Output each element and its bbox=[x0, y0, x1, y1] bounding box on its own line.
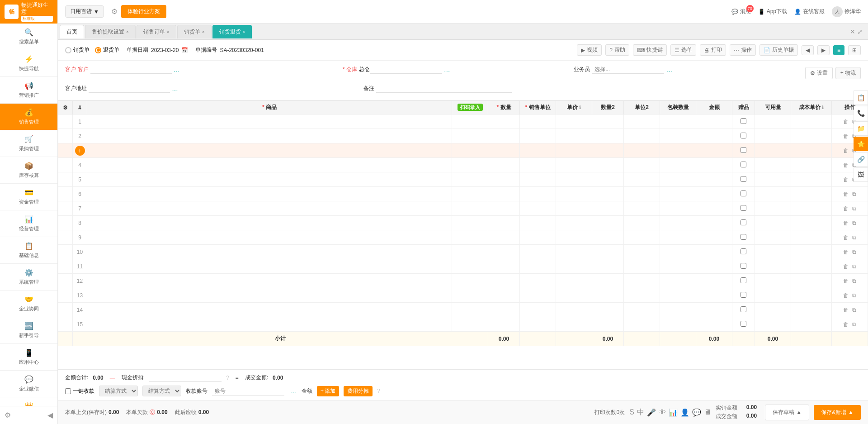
row-unit-3[interactable] bbox=[520, 143, 556, 158]
online-service-item[interactable]: 👤 在线客服 bbox=[794, 8, 825, 15]
row-qty2-4[interactable] bbox=[592, 158, 624, 172]
tool-icon-2[interactable]: 🎤 bbox=[647, 408, 656, 417]
tool-icon-6[interactable]: 💬 bbox=[692, 408, 701, 417]
tool-icon-4[interactable]: 📊 bbox=[669, 408, 678, 417]
row-pack-13[interactable] bbox=[660, 288, 696, 303]
delete-icon-5[interactable]: 🗑 bbox=[843, 176, 849, 183]
add-row-button[interactable]: + bbox=[75, 146, 85, 156]
sidebar-item-member[interactable]: 👑畅会员 bbox=[0, 397, 57, 406]
row-cost-1[interactable] bbox=[791, 114, 832, 129]
gift-checkbox-14[interactable] bbox=[741, 306, 746, 312]
gift-checkbox-2[interactable] bbox=[741, 133, 746, 138]
row-pack-14[interactable] bbox=[660, 303, 696, 317]
next-doc-btn[interactable]: ▶ bbox=[817, 45, 830, 55]
row-goods-3[interactable] bbox=[87, 143, 452, 158]
row-qty-10[interactable] bbox=[488, 245, 520, 259]
row-cost-2[interactable] bbox=[791, 129, 832, 143]
row-avail-12[interactable] bbox=[755, 274, 791, 288]
row-unit-10[interactable] bbox=[520, 245, 556, 259]
sidebar-item-purchase[interactable]: 🛒采购管理 bbox=[0, 130, 57, 157]
col-header-scan[interactable]: 扫码录入 bbox=[452, 101, 488, 114]
float-btn-3[interactable]: 📁 bbox=[854, 121, 868, 136]
copy-icon-15[interactable]: ⧉ bbox=[852, 321, 856, 328]
address-more-btn[interactable]: … bbox=[172, 85, 178, 92]
row-pack-3[interactable] bbox=[660, 143, 696, 158]
row-qty-12[interactable] bbox=[488, 274, 520, 288]
copy-icon-14[interactable]: ⧉ bbox=[852, 307, 856, 313]
tab-home[interactable]: 首页 bbox=[60, 25, 84, 38]
prev-doc-btn[interactable]: ◀ bbox=[802, 45, 814, 55]
gift-checkbox-15[interactable] bbox=[741, 321, 746, 327]
tab-maximize-icon[interactable]: ⤢ bbox=[857, 28, 863, 35]
sidebar-item-operations[interactable]: 📊经营管理 bbox=[0, 210, 57, 237]
row-unit2-3[interactable] bbox=[624, 143, 660, 158]
row-avail-9[interactable] bbox=[755, 230, 791, 245]
row-price-14[interactable] bbox=[556, 303, 592, 317]
gift-checkbox-7[interactable] bbox=[741, 205, 746, 211]
cost-info-icon[interactable]: ℹ bbox=[822, 105, 824, 110]
row-avail-5[interactable] bbox=[755, 172, 791, 187]
experience-button[interactable]: 体验行业方案 bbox=[121, 5, 166, 18]
delete-icon-15[interactable]: 🗑 bbox=[843, 321, 849, 328]
row-unit-9[interactable] bbox=[520, 230, 556, 245]
row-price-5[interactable] bbox=[556, 172, 592, 187]
save-new-button[interactable]: 保存&新增 ▲ bbox=[814, 405, 861, 420]
row-goods-6[interactable] bbox=[87, 187, 452, 201]
gift-checkbox-1[interactable] bbox=[741, 118, 746, 124]
list-view-btn[interactable]: ≡ bbox=[833, 45, 844, 55]
row-unit2-5[interactable] bbox=[624, 172, 660, 187]
row-amount-13[interactable] bbox=[696, 288, 732, 303]
delete-icon-1[interactable]: 🗑 bbox=[843, 119, 849, 125]
row-price-8[interactable] bbox=[556, 216, 592, 230]
delete-icon-3[interactable]: 🗑 bbox=[843, 148, 849, 154]
sidebar-item-inventory[interactable]: 📦库存核算 bbox=[0, 157, 57, 184]
row-unit-4[interactable] bbox=[520, 158, 556, 172]
salesman-input[interactable] bbox=[592, 65, 664, 74]
row-avail-11[interactable] bbox=[755, 259, 791, 274]
sidebar-settings-icon[interactable]: ⚙ bbox=[5, 411, 11, 419]
row-avail-7[interactable] bbox=[755, 201, 791, 216]
row-cost-3[interactable] bbox=[791, 143, 832, 158]
row-price-12[interactable] bbox=[556, 274, 592, 288]
row-qty-9[interactable] bbox=[488, 230, 520, 245]
row-unit-5[interactable] bbox=[520, 172, 556, 187]
row-goods-4[interactable] bbox=[87, 158, 452, 172]
row-avail-10[interactable] bbox=[755, 245, 791, 259]
row-pack-15[interactable] bbox=[660, 317, 696, 332]
float-btn-5[interactable]: 🔗 bbox=[854, 152, 868, 167]
row-amount-6[interactable] bbox=[696, 187, 732, 201]
customer-input[interactable] bbox=[90, 65, 172, 74]
row-cost-15[interactable] bbox=[791, 317, 832, 332]
row-qty-2[interactable] bbox=[488, 129, 520, 143]
row-cost-8[interactable] bbox=[791, 216, 832, 230]
row-unit-8[interactable] bbox=[520, 216, 556, 230]
tab-close-sales-return[interactable]: × bbox=[243, 29, 245, 34]
row-amount-5[interactable] bbox=[696, 172, 732, 187]
sidebar-item-enterprise[interactable]: 🤝企业协同 bbox=[0, 291, 57, 317]
row-goods-8[interactable] bbox=[87, 216, 452, 230]
daily-select[interactable]: 日用百货 ▼ bbox=[65, 5, 104, 18]
float-btn-4[interactable]: ⭐ bbox=[854, 137, 868, 151]
row-unit2-8[interactable] bbox=[624, 216, 660, 230]
row-gift-3[interactable] bbox=[732, 143, 755, 158]
delete-icon-11[interactable]: 🗑 bbox=[843, 263, 849, 270]
row-unit2-13[interactable] bbox=[624, 288, 660, 303]
row-unit-7[interactable] bbox=[520, 201, 556, 216]
gift-checkbox-11[interactable] bbox=[741, 263, 746, 269]
row-qty2-3[interactable] bbox=[592, 143, 624, 158]
row-qty-4[interactable] bbox=[488, 158, 520, 172]
row-pack-5[interactable] bbox=[660, 172, 696, 187]
delete-icon-9[interactable]: 🗑 bbox=[843, 234, 849, 241]
row-unit-14[interactable] bbox=[520, 303, 556, 317]
copy-icon-7[interactable]: ⧉ bbox=[852, 205, 856, 212]
row-qty2-12[interactable] bbox=[592, 274, 624, 288]
row-pack-10[interactable] bbox=[660, 245, 696, 259]
row-avail-3[interactable] bbox=[755, 143, 791, 158]
copy-icon-12[interactable]: ⧉ bbox=[852, 278, 856, 284]
copy-icon-11[interactable]: ⧉ bbox=[852, 263, 856, 270]
row-qty-1[interactable] bbox=[488, 114, 520, 129]
float-btn-2[interactable]: 📞 bbox=[854, 106, 868, 120]
warehouse-input[interactable] bbox=[370, 65, 442, 74]
settings-button[interactable]: ⚙ 设置 bbox=[805, 67, 833, 79]
app-download-item[interactable]: 📱 App下载 bbox=[758, 8, 787, 15]
